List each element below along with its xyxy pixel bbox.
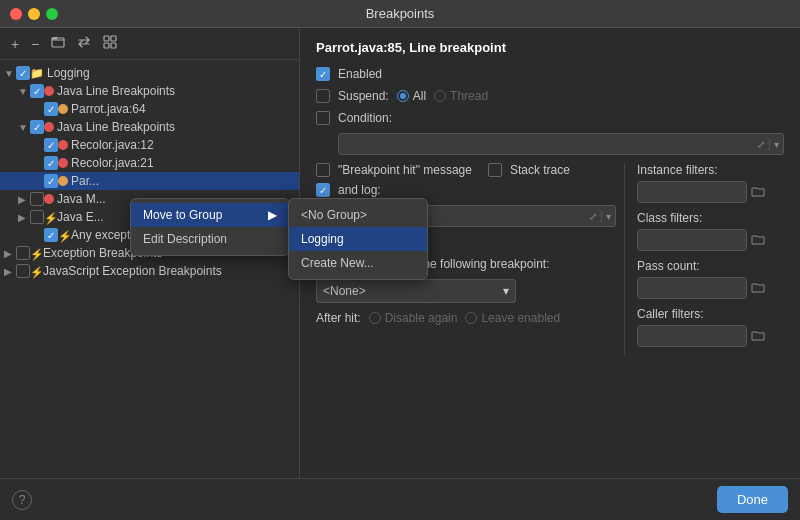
condition-checkbox[interactable] <box>316 111 330 125</box>
enabled-row: ✓ Enabled <box>316 67 784 81</box>
tree-item-parrot85[interactable]: ✓ Par... <box>0 172 299 190</box>
class-filters-label: Class filters: <box>637 211 784 225</box>
tree-item-logging[interactable]: ▼ ✓ 📁 Logging <box>0 64 299 82</box>
submenu-create-new[interactable]: Create New... <box>289 251 427 275</box>
class-filters-input[interactable] <box>637 229 747 251</box>
lightning-icon: ⚡ <box>58 230 68 240</box>
instance-filters-label: Instance filters: <box>637 163 784 177</box>
dropdown-arrow-icon: ▾ <box>503 284 509 298</box>
tree-item-js-exception-bp[interactable]: ▶ ⚡ JavaScript Exception Breakpoints <box>0 262 299 280</box>
item-checkbox[interactable]: ✓ <box>44 102 58 116</box>
item-checkbox[interactable] <box>16 264 30 278</box>
expand-log-button[interactable]: ⤢ <box>585 211 601 222</box>
condition-input[interactable] <box>339 135 753 153</box>
radio-all-label: All <box>413 89 426 103</box>
help-button[interactable]: ? <box>12 490 32 510</box>
dot-icon <box>58 104 68 114</box>
item-checkbox[interactable]: ✓ <box>44 174 58 188</box>
radio-disable-again[interactable]: Disable again <box>369 311 458 325</box>
pass-count-label: Pass count: <box>637 259 784 273</box>
item-checkbox[interactable] <box>30 192 44 206</box>
lightning-icon: ⚡ <box>30 266 40 276</box>
message-checkbox[interactable] <box>316 163 330 177</box>
submenu-logging[interactable]: Logging <box>289 227 427 251</box>
disable-dropdown[interactable]: <None> ▾ <box>316 279 516 303</box>
radio-disable-again-circle <box>369 312 381 324</box>
chevron-icon: ▶ <box>18 194 30 205</box>
item-checkbox[interactable]: ✓ <box>44 156 58 170</box>
tree-item-java-line-1[interactable]: ▼ ✓ Java Line Breakpoints <box>0 82 299 100</box>
log-checkbox[interactable]: ✓ <box>316 183 330 197</box>
expand-condition-button[interactable]: ⤢ <box>753 139 769 150</box>
and-log-label: and log: <box>338 183 381 197</box>
instance-filters-folder-button[interactable] <box>751 184 765 200</box>
toolbar-btn4[interactable] <box>74 33 94 54</box>
radio-leave-enabled[interactable]: Leave enabled <box>465 311 560 325</box>
done-button[interactable]: Done <box>717 486 788 513</box>
enabled-checkbox[interactable]: ✓ <box>316 67 330 81</box>
caller-filters-input[interactable] <box>637 325 747 347</box>
item-checkbox[interactable]: ✓ <box>44 138 58 152</box>
add-button[interactable]: + <box>8 34 22 54</box>
suspend-label: Suspend: <box>338 89 389 103</box>
radio-thread-label: Thread <box>450 89 488 103</box>
tree-item-recolor21[interactable]: ✓ Recolor.java:21 <box>0 154 299 172</box>
after-hit-label: After hit: <box>316 311 361 325</box>
class-filters-folder-button[interactable] <box>751 232 765 248</box>
suspend-checkbox[interactable] <box>316 89 330 103</box>
svg-rect-3 <box>111 36 116 41</box>
chevron-icon: ▼ <box>4 68 16 79</box>
after-hit-row: After hit: Disable again Leave enabled <box>316 311 616 325</box>
disable-dropdown-row: <None> ▾ <box>316 279 616 303</box>
tree-item-recolor12[interactable]: ✓ Recolor.java:12 <box>0 136 299 154</box>
condition-input-wrapper: ⤢ ▾ <box>338 133 784 155</box>
chevron-icon: ▼ <box>18 86 30 97</box>
close-button[interactable] <box>10 8 22 20</box>
submenu-arrow-icon: ▶ <box>268 208 277 222</box>
item-checkbox[interactable]: ✓ <box>16 66 30 80</box>
maximize-button[interactable] <box>46 8 58 20</box>
toolbar-btn5[interactable] <box>100 33 120 54</box>
item-checkbox[interactable]: ✓ <box>30 84 44 98</box>
stack-trace-label: Stack trace <box>510 163 570 177</box>
radio-all[interactable]: All <box>397 89 426 103</box>
tree-item-java-line-2[interactable]: ▼ ✓ Java Line Breakpoints <box>0 118 299 136</box>
item-checkbox[interactable]: ✓ <box>44 228 58 242</box>
disable-again-label: Disable again <box>385 311 458 325</box>
stack-trace-checkbox[interactable] <box>488 163 502 177</box>
message-row: "Breakpoint hit" message Stack trace <box>316 163 616 177</box>
item-label: Recolor.java:21 <box>71 156 154 170</box>
tree-item-parrot64[interactable]: ✓ Parrot.java:64 <box>0 100 299 118</box>
filters-section: Instance filters: Class filters: <box>624 163 784 355</box>
svg-rect-2 <box>104 36 109 41</box>
submenu-no-group[interactable]: <No Group> <box>289 203 427 227</box>
suspend-radio-group: All Thread <box>397 89 488 103</box>
condition-arrow-button[interactable]: ▾ <box>769 139 783 150</box>
item-checkbox[interactable] <box>30 210 44 224</box>
edit-description-label: Edit Description <box>143 232 227 246</box>
item-checkbox[interactable] <box>16 246 30 260</box>
instance-filters-input[interactable] <box>637 181 747 203</box>
caller-filters-folder-button[interactable] <box>751 328 765 344</box>
item-label: JavaScript Exception Breakpoints <box>43 264 222 278</box>
create-new-label: Create New... <box>301 256 374 270</box>
submenu: <No Group> Logging Create New... <box>288 198 428 280</box>
remove-button[interactable]: − <box>28 34 42 54</box>
pass-count-folder-button[interactable] <box>751 280 765 296</box>
transfer-icon <box>77 35 91 49</box>
folder-icon <box>51 35 65 49</box>
minimize-button[interactable] <box>28 8 40 20</box>
log-arrow-button[interactable]: ▾ <box>601 211 615 222</box>
class-filters-row <box>637 229 784 251</box>
pass-count-input[interactable] <box>637 277 747 299</box>
toolbar-btn3[interactable] <box>48 33 68 54</box>
dropdown-value: <None> <box>323 284 366 298</box>
folder-open-icon-4 <box>751 329 765 341</box>
message-label: "Breakpoint hit" message <box>338 163 472 177</box>
dialog-title: Breakpoints <box>366 6 435 21</box>
radio-thread[interactable]: Thread <box>434 89 488 103</box>
context-menu-move-to-group[interactable]: Move to Group ▶ <box>131 203 289 227</box>
item-label: Java E... <box>57 210 104 224</box>
item-checkbox[interactable]: ✓ <box>30 120 44 134</box>
context-menu-edit-description[interactable]: Edit Description <box>131 227 289 251</box>
